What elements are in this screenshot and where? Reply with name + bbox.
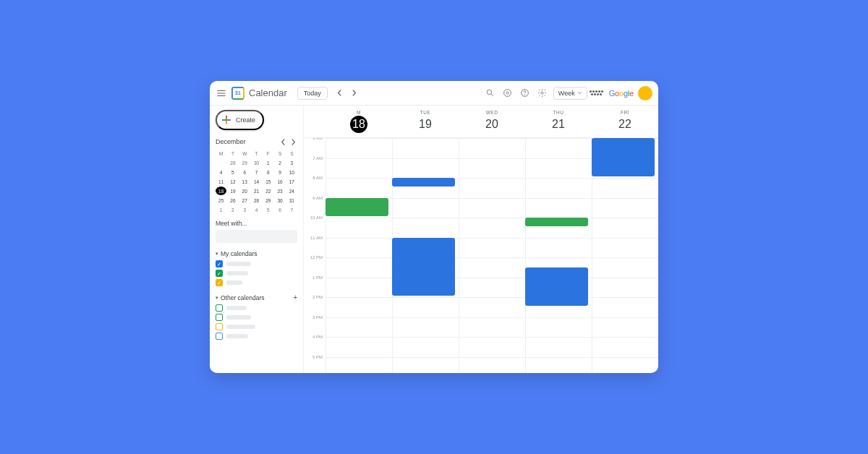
calendar-checkbox[interactable] — [216, 270, 223, 277]
calendar-list-item[interactable] — [216, 314, 297, 321]
google-apps-button[interactable] — [589, 85, 605, 101]
today-button[interactable]: Today — [297, 87, 328, 100]
mini-day-cell[interactable]: 27 — [239, 196, 250, 205]
mini-day-cell[interactable]: 18 — [216, 187, 226, 195]
calendar-checkbox[interactable] — [216, 314, 223, 321]
app-title: Calendar — [249, 87, 287, 98]
calendar-event[interactable] — [326, 198, 388, 217]
mini-day-cell[interactable]: 1 — [263, 158, 273, 167]
mini-prev-month-button[interactable] — [278, 137, 287, 146]
mini-day-cell[interactable]: 21 — [251, 187, 262, 195]
mini-day-cell[interactable]: 10 — [286, 168, 297, 176]
mini-day-cell[interactable]: 2 — [274, 158, 285, 167]
main-menu-button[interactable] — [214, 86, 229, 100]
mini-day-cell[interactable]: 25 — [216, 196, 226, 205]
my-calendars-label: My calendars — [221, 250, 258, 257]
mini-day-cell[interactable]: 12 — [227, 177, 238, 186]
mini-day-cell[interactable]: 17 — [286, 177, 297, 186]
calendar-checkbox[interactable] — [216, 260, 223, 267]
help-button[interactable] — [517, 85, 533, 101]
calendar-list-item[interactable] — [216, 333, 297, 340]
mini-day-cell[interactable]: 7 — [251, 168, 262, 176]
hour-label: 1 PM — [312, 275, 323, 280]
mini-day-cell[interactable]: 11 — [216, 177, 226, 186]
mini-day-cell[interactable]: 28 — [227, 158, 238, 167]
mini-next-month-button[interactable] — [289, 137, 297, 146]
mini-day-cell[interactable]: 30 — [251, 158, 262, 167]
mini-calendar-month: December — [216, 138, 278, 145]
day-header-row: M18TUE19WED20THU21FRI22 — [304, 106, 658, 138]
mini-day-cell[interactable]: 13 — [239, 177, 250, 186]
other-calendars-header[interactable]: ▾ Other calendars + — [216, 294, 297, 301]
calendar-event[interactable] — [525, 218, 588, 226]
mini-day-cell[interactable]: 2 — [227, 205, 238, 214]
mini-day-cell[interactable]: 29 — [263, 196, 273, 205]
hour-label: 3 PM — [312, 315, 323, 320]
calendar-slots[interactable] — [326, 138, 658, 373]
create-button[interactable]: Create — [216, 110, 264, 130]
day-header[interactable]: TUE19 — [392, 110, 459, 137]
support-button[interactable] — [500, 85, 516, 101]
mini-day-cell[interactable]: 29 — [239, 158, 250, 167]
hour-gutter: 6 AM7 AM8 AM9 AM10 AM11 AM12 PM1 PM2 PM3… — [304, 138, 326, 373]
gear-icon — [537, 88, 547, 98]
mini-day-cell[interactable]: 9 — [274, 168, 285, 176]
my-calendars-header[interactable]: ▾ My calendars — [216, 250, 297, 257]
support-icon — [503, 88, 512, 98]
view-select[interactable]: Week — [553, 87, 587, 100]
calendar-event[interactable] — [592, 138, 655, 176]
calendar-checkbox[interactable] — [216, 304, 223, 312]
mini-dow: S — [286, 149, 297, 158]
day-header[interactable]: THU21 — [525, 110, 592, 137]
next-week-button[interactable] — [349, 88, 359, 98]
calendar-list-item[interactable] — [216, 279, 297, 286]
mini-day-cell[interactable]: 23 — [274, 187, 285, 195]
mini-day-cell[interactable]: 1 — [216, 205, 226, 214]
mini-day-cell[interactable]: 6 — [239, 168, 250, 176]
calendar-event[interactable] — [392, 238, 455, 296]
mini-day-cell[interactable]: 14 — [251, 177, 262, 186]
mini-day-cell[interactable]: 3 — [239, 205, 250, 214]
prev-week-button[interactable] — [335, 88, 345, 98]
settings-button[interactable] — [535, 85, 550, 101]
calendar-checkbox[interactable] — [216, 323, 223, 330]
mini-day-cell[interactable]: 7 — [286, 205, 297, 214]
hamburger-icon — [216, 88, 226, 98]
mini-day-cell[interactable] — [216, 158, 226, 167]
meet-with-input[interactable] — [216, 230, 297, 243]
mini-day-cell[interactable]: 30 — [274, 196, 285, 205]
day-header[interactable]: WED20 — [459, 110, 525, 137]
account-avatar[interactable] — [638, 86, 652, 100]
day-header[interactable]: FRI22 — [592, 110, 658, 137]
mini-day-cell[interactable]: 4 — [251, 205, 262, 214]
mini-day-cell[interactable]: 16 — [274, 177, 285, 186]
mini-day-cell[interactable]: 19 — [227, 187, 238, 195]
mini-day-cell[interactable]: 4 — [216, 168, 226, 176]
mini-day-cell[interactable]: 22 — [263, 187, 273, 195]
calendar-event[interactable] — [525, 267, 588, 306]
mini-day-cell[interactable]: 26 — [227, 196, 238, 205]
mini-day-cell[interactable]: 5 — [263, 205, 273, 214]
hour-label: 8 AM — [312, 176, 323, 180]
calendar-list-item[interactable] — [216, 260, 297, 267]
calendar-event[interactable] — [392, 178, 455, 187]
mini-day-cell[interactable]: 20 — [239, 187, 250, 195]
mini-day-cell[interactable]: 31 — [286, 196, 297, 205]
day-header[interactable]: M18 — [326, 110, 392, 137]
calendar-list-item[interactable] — [216, 270, 297, 277]
mini-day-cell[interactable]: 24 — [286, 187, 297, 195]
mini-day-cell[interactable]: 15 — [263, 177, 273, 186]
add-other-calendar-button[interactable]: + — [293, 294, 297, 301]
mini-day-cell[interactable]: 3 — [286, 158, 297, 167]
help-icon — [520, 88, 529, 98]
mini-day-cell[interactable]: 5 — [227, 168, 238, 176]
mini-calendar[interactable]: MTWTFSS282930123456789101112131415161718… — [216, 149, 297, 214]
calendar-checkbox[interactable] — [216, 279, 223, 286]
mini-day-cell[interactable]: 6 — [274, 205, 285, 214]
calendar-checkbox[interactable] — [216, 333, 223, 340]
calendar-list-item[interactable] — [216, 304, 297, 312]
search-button[interactable] — [482, 85, 498, 101]
mini-day-cell[interactable]: 28 — [251, 196, 262, 205]
calendar-list-item[interactable] — [216, 323, 297, 330]
mini-day-cell[interactable]: 8 — [263, 168, 273, 176]
